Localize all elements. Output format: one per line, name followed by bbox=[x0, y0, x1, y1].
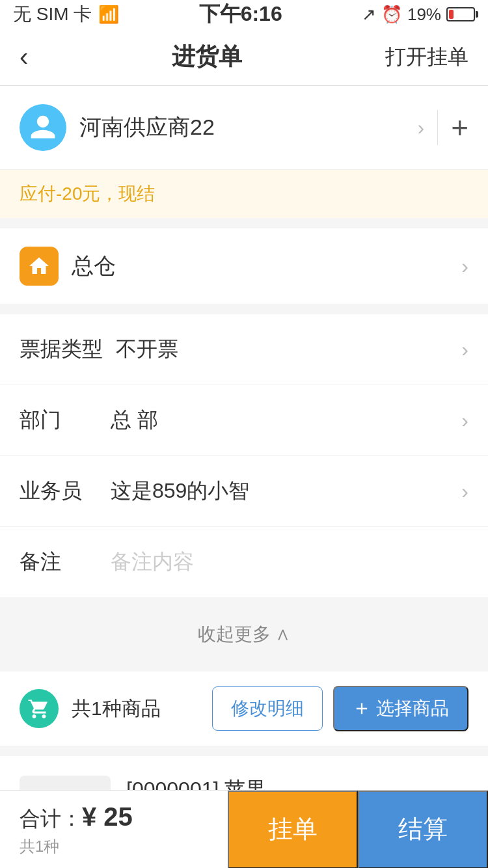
remark-label: 备注 bbox=[20, 548, 98, 576]
location-icon: ↗ bbox=[362, 5, 376, 25]
sales-chevron-icon: › bbox=[461, 480, 468, 504]
remark-row[interactable]: 备注 备注内容 bbox=[0, 527, 488, 597]
supplier-row[interactable]: 河南供应商22 › + bbox=[0, 86, 488, 170]
total-section: 合计：¥ 25 共1种 bbox=[0, 802, 228, 857]
warehouse-name: 总仓 bbox=[72, 251, 461, 281]
invoice-value: 不开票 bbox=[116, 335, 461, 364]
page-title: 进货单 bbox=[172, 41, 242, 73]
status-left: 无 SIM 卡 📶 bbox=[13, 2, 119, 27]
products-icon bbox=[20, 689, 59, 728]
wifi-icon: 📶 bbox=[98, 5, 119, 25]
select-product-icon bbox=[353, 699, 371, 718]
products-count: 共1种商品 bbox=[72, 696, 212, 722]
supplier-avatar bbox=[20, 104, 66, 151]
select-product-button[interactable]: 选择商品 bbox=[333, 686, 468, 731]
checkout-button[interactable]: 结算 bbox=[358, 791, 488, 869]
home-icon bbox=[27, 254, 51, 278]
add-supplier-button[interactable]: + bbox=[437, 110, 468, 145]
person-icon bbox=[29, 113, 57, 142]
sales-value: 这是859的小智 bbox=[111, 477, 461, 506]
dept-value: 总 部 bbox=[111, 406, 461, 435]
warehouse-chevron-icon: › bbox=[461, 254, 468, 278]
warehouse-icon bbox=[20, 247, 59, 286]
hang-button[interactable]: 挂单 bbox=[228, 791, 358, 869]
products-bar: 共1种商品 修改明细 选择商品 bbox=[0, 671, 488, 746]
status-time: 下午6:16 bbox=[199, 0, 282, 29]
sales-label: 业务员 bbox=[20, 477, 98, 506]
cart-icon bbox=[27, 697, 51, 720]
supplier-section: 河南供应商22 › + 应付-20元，现结 bbox=[0, 86, 488, 218]
edit-detail-button[interactable]: 修改明细 bbox=[212, 686, 323, 731]
fields-section: 票据类型 不开票 › 部门 总 部 › 业务员 这是859的小智 › 备注 备注… bbox=[0, 314, 488, 597]
status-right: ↗ ⏰ 19% bbox=[362, 5, 475, 25]
warehouse-section: 总仓 › bbox=[0, 228, 488, 304]
back-button[interactable]: ‹ bbox=[20, 42, 28, 72]
dept-row[interactable]: 部门 总 部 › bbox=[0, 385, 488, 456]
collapse-toggle[interactable]: 收起更多 ∧ bbox=[0, 608, 488, 661]
total-sub: 共1种 bbox=[20, 836, 208, 857]
supplier-chevron-icon: › bbox=[417, 116, 424, 140]
supplier-name: 河南供应商22 bbox=[79, 113, 417, 142]
select-product-label: 选择商品 bbox=[376, 696, 449, 721]
open-hang-button[interactable]: 打开挂单 bbox=[385, 43, 468, 72]
battery-fill bbox=[449, 10, 454, 19]
status-bar: 无 SIM 卡 📶 下午6:16 ↗ ⏰ 19% bbox=[0, 0, 488, 29]
total-amount: ¥ 25 bbox=[82, 802, 133, 831]
notice-bar: 应付-20元，现结 bbox=[0, 170, 488, 218]
invoice-chevron-icon: › bbox=[461, 338, 468, 362]
invoice-label: 票据类型 bbox=[20, 335, 103, 364]
total-label: 合计： bbox=[20, 807, 82, 830]
dept-label: 部门 bbox=[20, 406, 98, 435]
dept-chevron-icon: › bbox=[461, 409, 468, 433]
alarm-icon: ⏰ bbox=[381, 5, 402, 25]
total-main: 合计：¥ 25 bbox=[20, 802, 208, 834]
battery-percent: 19% bbox=[407, 5, 441, 25]
warehouse-row[interactable]: 总仓 › bbox=[0, 228, 488, 304]
remark-placeholder: 备注内容 bbox=[111, 548, 468, 576]
battery-icon bbox=[446, 7, 475, 21]
products-section: 共1种商品 修改明细 选择商品 bbox=[0, 671, 488, 746]
invoice-row[interactable]: 票据类型 不开票 › bbox=[0, 314, 488, 385]
sales-row[interactable]: 业务员 这是859的小智 › bbox=[0, 456, 488, 527]
carrier-label: 无 SIM 卡 bbox=[13, 2, 92, 27]
nav-bar: ‹ 进货单 打开挂单 bbox=[0, 29, 488, 86]
bottom-bar: 合计：¥ 25 共1种 挂单 结算 bbox=[0, 790, 488, 868]
